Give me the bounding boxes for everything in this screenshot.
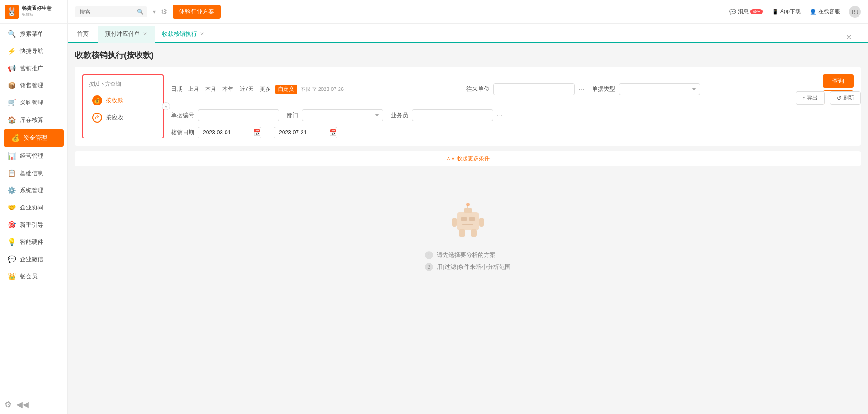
svg-rect-1 bbox=[461, 217, 467, 221]
tab-home[interactable]: 首页 bbox=[68, 26, 98, 43]
docno-input[interactable] bbox=[198, 109, 279, 121]
filter-option-by-receipt[interactable]: 💰 按收款 bbox=[89, 93, 157, 108]
doctype-field: 单据类型 bbox=[592, 83, 700, 95]
topbar-dropdown-icon[interactable]: ▾ bbox=[153, 9, 156, 15]
verify-date-end-wrap: 📅 bbox=[274, 127, 337, 138]
docno-field: 单据编号 bbox=[171, 109, 279, 121]
date-custom[interactable]: 自定义 bbox=[275, 85, 297, 94]
tab-prepay-label: 预付冲应付单 bbox=[105, 30, 140, 38]
sidebar-item-operations[interactable]: 📊 经营管理 bbox=[0, 148, 67, 165]
collapse-more-label: 收起更多条件 bbox=[457, 155, 490, 162]
sidebar-item-basicinfo[interactable]: 📋 基础信息 bbox=[0, 165, 67, 182]
filter-row-3: 核销日期 📅 — 📅 bbox=[171, 127, 854, 138]
tip-num-2: 2 bbox=[425, 263, 433, 271]
verify-date-start-input[interactable] bbox=[198, 127, 261, 138]
enterprise-icon: 🤝 bbox=[7, 204, 16, 212]
topbar-search-input[interactable] bbox=[75, 6, 147, 17]
sidebar-item-member[interactable]: 👑 畅会员 bbox=[0, 268, 67, 285]
finance-icon: 💰 bbox=[11, 134, 20, 142]
sidebar-item-search[interactable]: 🔍 搜索菜单 bbox=[0, 25, 67, 43]
sidebar-item-marketing[interactable]: 📢 营销推广 bbox=[0, 60, 67, 77]
svg-rect-7 bbox=[452, 218, 457, 227]
industry-btn[interactable]: 体验行业方案 bbox=[173, 5, 221, 19]
tab-verify-close-icon[interactable]: ✕ bbox=[200, 31, 204, 37]
filter-collapse-btn[interactable]: » bbox=[162, 102, 170, 110]
filter-row-1: 日期 上月 本月 本年 近7天 更多 自定义 不限 至 2023-07-26 bbox=[171, 74, 854, 104]
page-title: 收款核销执行(按收款) bbox=[75, 50, 861, 61]
online-service-btn[interactable]: 👤 在线客服 bbox=[810, 8, 840, 15]
svg-rect-9 bbox=[459, 229, 465, 237]
date-this-year[interactable]: 本年 bbox=[221, 85, 235, 94]
tab-prepay[interactable]: 预付冲应付单 ✕ bbox=[98, 26, 155, 43]
sidebar-item-enterprise[interactable]: 🤝 企业协同 bbox=[0, 199, 67, 216]
sidebar-label-operations: 经营管理 bbox=[20, 152, 43, 160]
settings-bottom-icon[interactable]: ⚙ bbox=[5, 400, 12, 409]
sidebar-item-purchase[interactable]: 🛒 采购管理 bbox=[0, 94, 67, 111]
verify-date-start-cal-icon[interactable]: 📅 bbox=[253, 129, 261, 136]
member-icon: 👑 bbox=[7, 272, 16, 281]
date-this-month[interactable]: 本月 bbox=[203, 85, 218, 94]
staff-more-icon[interactable]: ··· bbox=[497, 111, 503, 119]
sidebar-label-hardware: 智能硬件 bbox=[20, 238, 43, 246]
sidebar-item-weixin[interactable]: 💬 企业微信 bbox=[0, 251, 67, 268]
sidebar-item-system[interactable]: ⚙️ 系统管理 bbox=[0, 182, 67, 199]
system-icon: ⚙️ bbox=[7, 186, 16, 195]
sidebar-label-member: 畅会员 bbox=[20, 272, 38, 281]
counterparty-input[interactable] bbox=[493, 83, 575, 95]
empty-illustration bbox=[445, 199, 491, 244]
filter-left-title: 按以下方查询 bbox=[89, 81, 157, 88]
sidebar-item-guide[interactable]: 🎯 新手引导 bbox=[0, 216, 67, 233]
sidebar-label-purchase: 采购管理 bbox=[20, 99, 43, 107]
date-label: 日期 bbox=[171, 85, 183, 93]
sidebar-item-hardware[interactable]: 💡 智能硬件 bbox=[0, 233, 67, 251]
tab-expand-icon[interactable]: ⛶ bbox=[855, 33, 863, 42]
dept-field: 部门 bbox=[287, 109, 383, 121]
tab-close-all-icon[interactable]: ✕ bbox=[846, 33, 852, 42]
date-last-month[interactable]: 上月 bbox=[186, 85, 201, 94]
verify-date-label: 核销日期 bbox=[171, 128, 194, 137]
message-btn[interactable]: 💬 消息 99+ bbox=[729, 8, 763, 15]
inventory-icon: 🏠 bbox=[7, 116, 16, 124]
tab-verify[interactable]: 收款核销执行 ✕ bbox=[155, 26, 212, 43]
refresh-btn[interactable]: ↺ 刷新 bbox=[830, 91, 861, 105]
sidebar-bottom: ⚙ ◀◀ bbox=[0, 395, 67, 414]
tab-prepay-close-icon[interactable]: ✕ bbox=[143, 31, 147, 37]
collapse-more-btn[interactable]: ∧∧ 收起更多条件 bbox=[75, 151, 861, 166]
filter-option-receipt-label: 按收款 bbox=[106, 96, 123, 105]
counterparty-field: 往来单位 ··· bbox=[466, 83, 584, 95]
export-btn[interactable]: ↑ 导出 bbox=[796, 91, 825, 105]
sidebar-item-sales[interactable]: 📦 销售管理 bbox=[0, 77, 67, 94]
topbar-search-icon: 🔍 bbox=[137, 9, 144, 15]
date-shortcuts: 上月 本月 本年 近7天 更多 自定义 bbox=[186, 85, 297, 94]
counterparty-more-icon[interactable]: ··· bbox=[578, 85, 584, 93]
sidebar-label-basicinfo: 基础信息 bbox=[20, 169, 43, 177]
sidebar-item-quicknav[interactable]: ⚡ 快捷导航 bbox=[0, 43, 67, 60]
topbar-gear-icon[interactable]: ⚙ bbox=[161, 7, 167, 16]
docno-label: 单据编号 bbox=[171, 111, 194, 119]
sidebar-item-finance[interactable]: 💰 资金管理 bbox=[4, 129, 64, 147]
online-service-label: 在线客服 bbox=[818, 8, 840, 15]
service-icon: 👤 bbox=[810, 9, 816, 15]
app-download-btn[interactable]: 📱 App下载 bbox=[772, 8, 801, 15]
tabbar-actions: ✕ ⛶ bbox=[840, 33, 868, 42]
filter-option-by-receivable[interactable]: ⏱ 按应收 bbox=[89, 110, 157, 125]
svg-rect-8 bbox=[479, 218, 484, 227]
verify-date-end-input[interactable] bbox=[274, 127, 337, 138]
sidebar-item-inventory[interactable]: 🏠 库存核算 bbox=[0, 111, 67, 128]
search-wrap: 🔍 bbox=[75, 6, 147, 17]
date-7days[interactable]: 近7天 bbox=[238, 85, 255, 94]
staff-input[interactable] bbox=[412, 109, 493, 121]
user-area[interactable]: Rit bbox=[849, 6, 861, 18]
date-more[interactable]: 更多 bbox=[258, 85, 273, 94]
collapse-sidebar-icon[interactable]: ◀◀ bbox=[16, 400, 29, 409]
dept-select[interactable] bbox=[302, 109, 383, 121]
empty-tip-1: 1 请先选择要分析的方案 bbox=[425, 251, 510, 259]
date-field: 日期 上月 本月 本年 近7天 更多 自定义 不限 至 2023-07-26 bbox=[171, 85, 344, 94]
doctype-select[interactable] bbox=[619, 83, 700, 95]
query-btn[interactable]: 查询 bbox=[823, 74, 854, 88]
app-logo: 🐰 畅捷通好生意 标准版 bbox=[0, 0, 67, 24]
purchase-icon: 🛒 bbox=[7, 99, 16, 107]
verify-date-end-cal-icon[interactable]: 📅 bbox=[329, 129, 337, 136]
filter-panel: 按以下方查询 💰 按收款 ⏱ 按应收 » bbox=[75, 67, 861, 146]
sidebar-label-search: 搜索菜单 bbox=[20, 30, 43, 38]
